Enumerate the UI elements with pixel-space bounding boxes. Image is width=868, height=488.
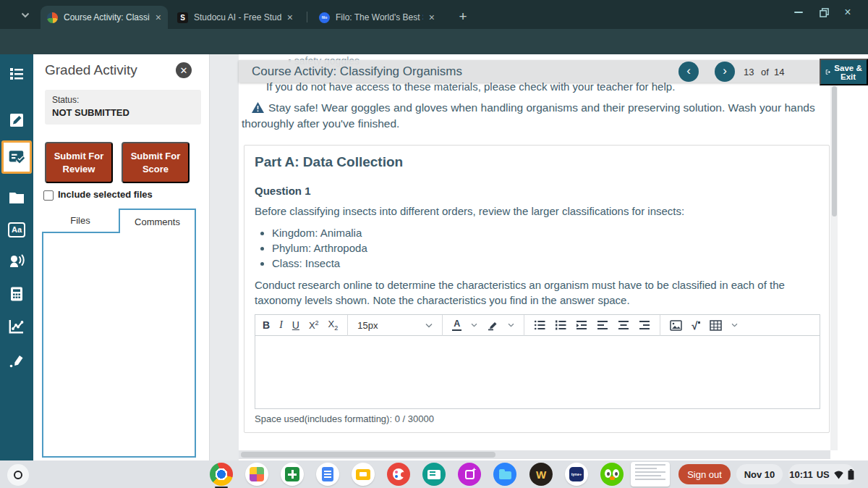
progress-chart-icon [8, 318, 25, 335]
text-color-button[interactable]: A [452, 319, 461, 331]
graded-activity-panel: Graded Activity ✕ Status: NOT SUBMITTED … [33, 54, 210, 460]
gallery-app-icon[interactable] [245, 463, 268, 486]
sparkle-app-icon[interactable] [458, 463, 481, 486]
submit-for-review-button[interactable]: Submit For Review [45, 142, 113, 183]
files-app-icon[interactable] [493, 463, 516, 486]
chrome-app-icon[interactable] [210, 463, 233, 486]
editor-toolbar: B I U X2 X2 15px A [255, 314, 820, 336]
navy-square-app-icon[interactable]: tyne+ [565, 463, 588, 486]
taxonomy-list: Kingdom: AnimaliaPhylum: ArthropodaClass… [259, 225, 367, 271]
lesson-title: Course Activity: Classifying Organisms [252, 64, 462, 79]
align-left-button[interactable] [597, 319, 608, 331]
clock: 10:11 [789, 469, 813, 480]
browser-tab-studocu[interactable]: S Studocu AI - Free Study Tool fo × [171, 6, 299, 29]
sidebar-item-highlighter[interactable] [0, 349, 33, 371]
tab-comments[interactable]: Comments [119, 209, 196, 233]
font-size-select[interactable]: 15px [357, 320, 433, 331]
scrollbar-thumb[interactable] [241, 452, 495, 458]
chevron-down-icon[interactable] [731, 323, 738, 327]
sign-out-button[interactable]: Sign out [678, 464, 731, 484]
chevron-down-icon[interactable] [471, 323, 477, 327]
sidebar-item-folder[interactable] [0, 187, 33, 209]
horizontal-scrollbar[interactable] [239, 450, 830, 459]
tab-separator [307, 12, 307, 22]
close-tab-icon[interactable]: × [156, 12, 161, 22]
chevron-down-icon[interactable] [508, 323, 514, 327]
panel-gutter [210, 54, 239, 460]
insert-equation-button[interactable]: √ [692, 319, 699, 332]
browser-tab-filo[interactable]: filo Filo: The World's Best Study He × [312, 6, 441, 29]
previous-page-button[interactable]: ‹ [678, 62, 699, 82]
read-aloud-icon [8, 253, 25, 270]
launcher-button[interactable] [7, 464, 29, 486]
screen: Course Activity: Classifying Org × S Stu… [0, 0, 868, 488]
question-instructions: Conduct research online to determine the… [255, 277, 815, 308]
part-a-card: Part A: Data Collection Question 1 Befor… [244, 145, 830, 433]
safety-warning: Stay safe! Wear goggles and gloves when … [242, 100, 820, 132]
status-tray[interactable]: 10:11 US [788, 464, 855, 484]
edmentum-icon-sidebar: Aa [0, 54, 33, 460]
save-and-exit-button[interactable]: Save & Exit [820, 59, 868, 85]
page-total: 14 [774, 67, 784, 77]
vertical-scrollbar[interactable] [830, 83, 838, 450]
sidebar-item-notes[interactable] [0, 109, 33, 131]
include-selected-files-checkbox[interactable] [43, 190, 54, 201]
underline-button[interactable]: U [292, 319, 299, 331]
sidebar-item-read-aloud[interactable] [0, 251, 33, 272]
font-size-value: 15px [357, 320, 378, 331]
tab-files[interactable]: Files [42, 209, 119, 233]
cards-app-icon[interactable] [422, 463, 446, 486]
submit-for-score-button[interactable]: Submit For Score [122, 142, 190, 183]
date-display[interactable]: Nov 10 [736, 464, 783, 484]
insert-image-button[interactable] [670, 320, 682, 331]
insert-table-button[interactable] [710, 320, 722, 331]
table-of-contents-icon [8, 65, 25, 83]
docs-app-icon[interactable] [316, 463, 339, 486]
canvas-app-icon[interactable] [387, 463, 410, 486]
browser-tab-strip: Course Activity: Classifying Org × S Stu… [0, 0, 868, 29]
chromeos-shelf: W tyne+ Sign out Nov 10 10:11 US [0, 460, 868, 488]
bold-button[interactable]: B [263, 319, 270, 331]
input-locale: US [817, 469, 830, 480]
lesson-area: • safety goggles If you do not have acce… [239, 54, 868, 460]
answer-text-area[interactable] [255, 336, 820, 409]
question-intro: Before classifying insects into differen… [255, 205, 684, 217]
studocu-favicon: S [177, 12, 188, 23]
indent-button[interactable] [576, 319, 587, 331]
slides-app-icon[interactable] [352, 463, 375, 486]
new-tab-button[interactable]: + [453, 7, 473, 27]
sidebar-item-table-of-contents[interactable] [0, 63, 33, 85]
battery-icon [848, 469, 854, 480]
next-page-button[interactable]: › [715, 62, 735, 82]
w-flame-app-icon[interactable]: W [529, 463, 553, 486]
sidebar-item-graded-activity[interactable] [1, 140, 32, 174]
filo-favicon: filo [319, 12, 330, 23]
green-cross-app-icon[interactable] [281, 463, 304, 486]
browser-toolbar: f2.apps.elf.edmentum.com/courseware-deli… [0, 29, 868, 54]
save-and-exit-label: Save & Exit [834, 64, 862, 81]
subscript-button[interactable]: X2 [328, 319, 339, 332]
browser-tab-course-activity[interactable]: Course Activity: Classifying Org × [41, 6, 168, 29]
files-panel-content[interactable] [42, 233, 196, 458]
close-tab-icon[interactable]: × [287, 12, 293, 22]
align-right-button[interactable] [639, 319, 650, 331]
sidebar-item-glossary[interactable]: Aa [0, 219, 33, 240]
align-center-button[interactable] [618, 319, 629, 331]
sidebar-item-progress[interactable] [0, 316, 33, 337]
close-tab-icon[interactable]: × [429, 12, 435, 22]
warning-icon [252, 102, 264, 113]
italic-button[interactable]: I [279, 319, 283, 331]
close-window-button[interactable]: × [841, 6, 854, 19]
duolingo-app-icon[interactable] [600, 463, 624, 486]
numbered-list-button[interactable] [555, 319, 566, 331]
tab-search-button[interactable] [17, 7, 33, 23]
screenshot-thumbnail[interactable] [631, 462, 670, 487]
sidebar-item-calculator[interactable] [0, 283, 33, 305]
bullet-list-button[interactable] [534, 319, 545, 331]
restore-button[interactable] [817, 6, 830, 19]
close-panel-button[interactable]: ✕ [176, 62, 192, 78]
highlight-color-button[interactable] [487, 319, 498, 331]
superscript-button[interactable]: X2 [309, 319, 319, 331]
minimize-button[interactable] [792, 6, 805, 19]
scrollbar-thumb[interactable] [832, 86, 837, 216]
